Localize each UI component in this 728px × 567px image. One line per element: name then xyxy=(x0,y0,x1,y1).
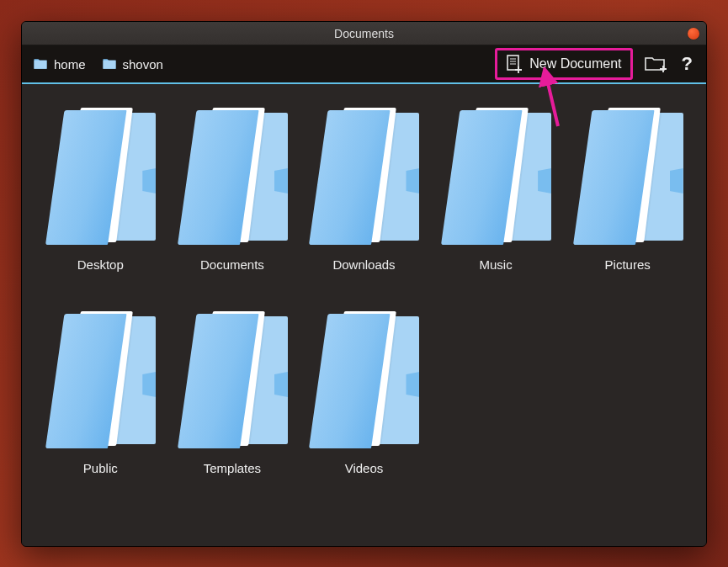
breadcrumb-label: shovon xyxy=(123,57,163,72)
toolbar: home shovon xyxy=(22,45,706,84)
folder-templates[interactable]: Templates xyxy=(169,305,296,506)
new-document-button[interactable]: New Document xyxy=(495,48,632,80)
folder-documents[interactable]: Documents xyxy=(169,101,296,303)
breadcrumb-home[interactable]: home xyxy=(32,56,86,72)
folder-label: Downloads xyxy=(332,257,395,272)
folder-desktop[interactable]: Desktop xyxy=(37,101,164,303)
close-icon[interactable] xyxy=(688,28,699,40)
folder-icon xyxy=(309,311,418,454)
breadcrumb: home shovon xyxy=(32,56,480,72)
folder-music[interactable]: Music xyxy=(433,101,560,303)
folder-grid: Desktop Documents Downloads Music Pictur xyxy=(22,84,706,546)
folder-videos[interactable]: Videos xyxy=(300,305,428,506)
folder-icon xyxy=(45,108,155,251)
window-title: Documents xyxy=(334,27,394,40)
breadcrumb-shovon[interactable]: shovon xyxy=(101,56,163,72)
folder-label: Public xyxy=(83,461,118,475)
folder-icon xyxy=(178,108,287,251)
toolbar-right: New Document ? xyxy=(495,48,696,80)
folder-label: Pictures xyxy=(605,257,651,272)
folder-public[interactable]: Public xyxy=(37,305,164,506)
folder-label: Templates xyxy=(204,461,261,475)
folder-icon xyxy=(178,311,287,454)
folder-label: Music xyxy=(480,257,513,272)
folder-label: Desktop xyxy=(77,257,124,272)
folder-icon xyxy=(441,108,550,251)
folder-icon xyxy=(101,56,118,72)
folder-pictures[interactable]: Pictures xyxy=(564,101,691,303)
new-document-label: New Document xyxy=(529,56,621,72)
new-folder-button[interactable] xyxy=(645,55,667,73)
new-document-icon xyxy=(506,55,523,73)
breadcrumb-label: home xyxy=(54,57,86,72)
folder-label: Videos xyxy=(345,461,384,475)
folder-icon xyxy=(309,108,418,251)
folder-icon xyxy=(45,311,155,454)
folder-downloads[interactable]: Downloads xyxy=(300,101,428,303)
folder-icon xyxy=(32,56,49,72)
file-manager-window: Documents home shovon xyxy=(21,21,707,547)
folder-label: Documents xyxy=(200,257,264,272)
window-titlebar[interactable]: Documents xyxy=(22,22,706,45)
folder-icon xyxy=(573,108,683,251)
svg-rect-0 xyxy=(507,56,518,70)
help-icon[interactable]: ? xyxy=(678,53,696,75)
